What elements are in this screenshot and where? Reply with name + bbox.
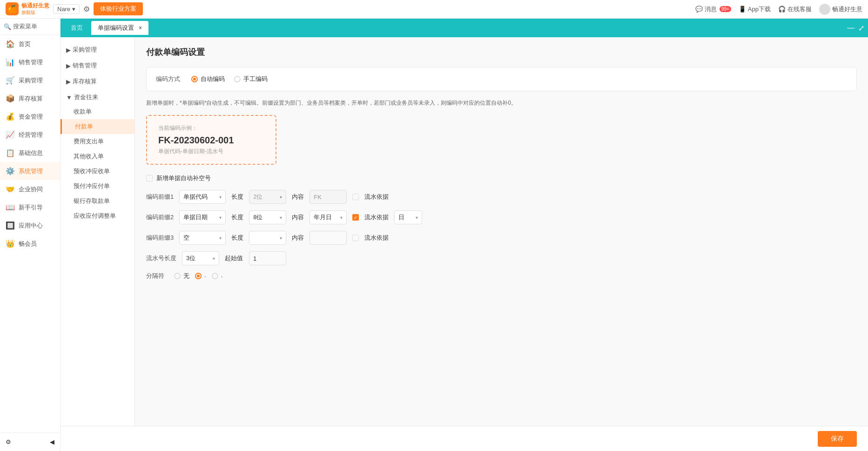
prefix2-flowing-label: 流水依据 — [364, 213, 389, 222]
sidebar-item-inventory[interactable]: 📦 库存核算 — [0, 89, 60, 108]
sub-item-adjustment[interactable]: 应收应付调整单 — [61, 209, 135, 223]
sidebar-item-corp[interactable]: 🤝 企业协同 — [0, 180, 60, 198]
sub-item-payment[interactable]: 付款单 — [61, 119, 135, 134]
sidebar-settings-icon[interactable]: ⚙ — [6, 438, 11, 445]
auto-fill-checkbox[interactable] — [146, 175, 153, 182]
app-download-item[interactable]: 📱 App下载 — [739, 5, 771, 13]
sub-item-bank[interactable]: 银行存取款单 — [61, 194, 135, 209]
tab-expand-icon[interactable]: ⤢ — [858, 24, 864, 33]
prefix2-period-select[interactable]: 日▾ — [394, 210, 422, 224]
sub-group-sales: ▶ 销售管理 — [61, 59, 135, 73]
start-value-input[interactable] — [249, 251, 286, 265]
prefix3-length-select[interactable]: ▾ — [249, 231, 286, 245]
sidebar: 🔍 搜索菜单 🏠 首页 📊 销售管理 🛒 采购管理 📦 库存核算 💰 资金管理 … — [0, 19, 61, 451]
sales-icon: 📊 — [6, 58, 15, 67]
sidebar-item-guide[interactable]: 📖 新手引导 — [0, 198, 60, 216]
auto-encode-radio[interactable]: 自动编码 — [191, 75, 225, 83]
sidebar-item-basic[interactable]: 📋 基础信息 — [0, 144, 60, 162]
user-avatar[interactable]: 畅通好生意 — [819, 4, 862, 15]
arrow-icon: ▶ — [66, 78, 71, 85]
auto-fill-row: 新增单据自动补空号 — [146, 174, 857, 182]
sub-group-capital-title[interactable]: ▼ 资金往来 — [61, 90, 135, 104]
info-text: 新增单据时，*单据编码*自动生成，不可编辑。前缀设置为部门、业务员等档案类，开单… — [146, 99, 857, 108]
nav-dropdown[interactable]: Nare ▾ — [53, 4, 80, 14]
sub-group-sales-title[interactable]: ▶ 销售管理 — [61, 59, 135, 73]
sidebar-item-finance[interactable]: 💰 资金管理 — [0, 108, 60, 126]
sidebar-item-operation[interactable]: 📈 经营管理 — [0, 126, 60, 144]
tab-close-icon[interactable]: × — [139, 25, 142, 31]
sub-group-purchase: ▶ 采购管理 — [61, 43, 135, 57]
tab-home[interactable]: 首页 — [64, 21, 89, 35]
sub-item-prepaid-offset[interactable]: 预付冲应付单 — [61, 179, 135, 194]
sub-item-receipt[interactable]: 收款单 — [61, 104, 135, 119]
brand-text: 畅通好生意 旗舰版 — [21, 2, 49, 15]
sep-dot2-radio[interactable]: · — [212, 273, 223, 280]
sidebar-item-apps[interactable]: 🔲 应用中心 — [0, 216, 60, 235]
sidebar-item-vip[interactable]: 👑 畅会员 — [0, 235, 60, 253]
sep-none-dot — [174, 273, 181, 279]
start-label: 起始值 — [225, 254, 243, 263]
main-panel: 付款单编码设置 编码方式 自动编码 手工编码 — [135, 37, 868, 426]
sep-none-radio[interactable]: 无 — [174, 272, 189, 280]
sidebar-collapse-icon[interactable]: ◀ — [50, 438, 54, 445]
sidebar-item-purchase[interactable]: 🛒 采购管理 — [0, 71, 60, 89]
save-button[interactable]: 保存 — [818, 431, 857, 447]
prefix2-length-select[interactable]: 8位▾ — [249, 210, 286, 224]
sub-item-other-income[interactable]: 其他收入单 — [61, 149, 135, 164]
prefix3-label: 编码前缀3 — [146, 234, 174, 242]
online-service-item[interactable]: 🎧 在线客服 — [778, 5, 812, 13]
tab-bar-actions: — ⤢ — [847, 24, 864, 33]
prefix2-flowing-checkbox[interactable]: ✓ — [352, 214, 359, 221]
arrow-icon: ▶ — [66, 62, 71, 69]
sub-sidebar: ▶ 采购管理 ▶ 销售管理 ▶ 库存核算 — [61, 37, 135, 426]
prefix1-length-select: 2位▾ — [249, 190, 286, 204]
sub-group-capital: ▼ 资金往来 收款单 付款单 费用支出单 其他收入单 预收冲应收单 预付冲应付单… — [61, 90, 135, 223]
operation-icon: 📈 — [6, 130, 15, 139]
serial-label: 流水号长度 — [146, 254, 176, 263]
settings-icon[interactable]: ⚙ — [83, 5, 90, 13]
search-icon: 🔍 — [4, 23, 11, 30]
sidebar-item-system[interactable]: ⚙️ 系统管理 — [0, 162, 60, 180]
service-icon: 🎧 — [778, 6, 786, 13]
tab-encode-settings[interactable]: 单据编码设置 × — [91, 21, 148, 35]
sub-group-inventory-title[interactable]: ▶ 库存核算 — [61, 74, 135, 88]
serial-length-select[interactable]: 3位▾ — [182, 251, 219, 265]
prefix2-content-select[interactable]: 年月日▾ — [310, 210, 347, 224]
system-icon: ⚙️ — [6, 167, 15, 175]
guide-icon: 📖 — [6, 203, 15, 212]
tab-minimize-icon[interactable]: — — [847, 24, 855, 33]
sidebar-search[interactable]: 🔍 搜索菜单 — [0, 19, 60, 35]
sub-group-purchase-title[interactable]: ▶ 采购管理 — [61, 43, 135, 57]
page-title: 付款单编码设置 — [146, 47, 857, 58]
prefix1-flowing-checkbox[interactable] — [352, 194, 359, 200]
prefix3-content-input[interactable] — [310, 231, 347, 245]
prefix2-label: 编码前缀2 — [146, 213, 174, 222]
sub-item-expense[interactable]: 费用支出单 — [61, 134, 135, 149]
separator-label: 分隔符 — [146, 272, 165, 280]
prefix-row-2: 编码前缀2 单据日期▾ 长度 8位▾ 内容 年月日▾ ✓ 流水依据 日 — [146, 210, 857, 224]
sidebar-item-home[interactable]: 🏠 首页 — [0, 35, 60, 53]
sidebar-item-sales[interactable]: 📊 销售管理 — [0, 53, 60, 71]
arrow-icon-expanded: ▼ — [66, 94, 72, 101]
prefix2-length-label: 长度 — [231, 213, 243, 222]
encoding-mode-section: 编码方式 自动编码 手工编码 — [146, 67, 857, 91]
sep-dot-radio[interactable]: · — [195, 273, 206, 280]
main-layout: 🔍 搜索菜单 🏠 首页 📊 销售管理 🛒 采购管理 📦 库存核算 💰 资金管理 … — [0, 19, 868, 451]
experience-btn[interactable]: 体验行业方案 — [94, 2, 143, 15]
purchase-icon: 🛒 — [6, 76, 15, 85]
prefix2-select[interactable]: 单据日期▾ — [179, 210, 226, 224]
manual-encode-radio[interactable]: 手工编码 — [234, 75, 268, 83]
separator-row: 分隔符 无 · · — [146, 272, 857, 280]
sub-item-prepay-offset[interactable]: 预收冲应收单 — [61, 164, 135, 179]
prefix3-select[interactable]: 空▾ — [179, 231, 226, 245]
prefix1-content-input — [310, 190, 347, 204]
message-item[interactable]: 💬 消息 99+ — [695, 5, 731, 13]
encoding-mode-radio-group: 编码方式 自动编码 手工编码 — [156, 75, 847, 83]
prefix1-select[interactable]: 单据代码▾ — [179, 190, 226, 204]
download-icon: 📱 — [739, 6, 746, 13]
prefix1-content-label: 内容 — [292, 193, 304, 201]
top-bar-nav: Nare ▾ ⚙ 体验行业方案 — [53, 2, 143, 15]
prefix-row-1: 编码前缀1 单据代码▾ 长度 2位▾ 内容 流水依据 — [146, 190, 857, 204]
prefix3-flowing-checkbox[interactable] — [352, 235, 359, 241]
prefix1-label: 编码前缀1 — [146, 193, 174, 201]
